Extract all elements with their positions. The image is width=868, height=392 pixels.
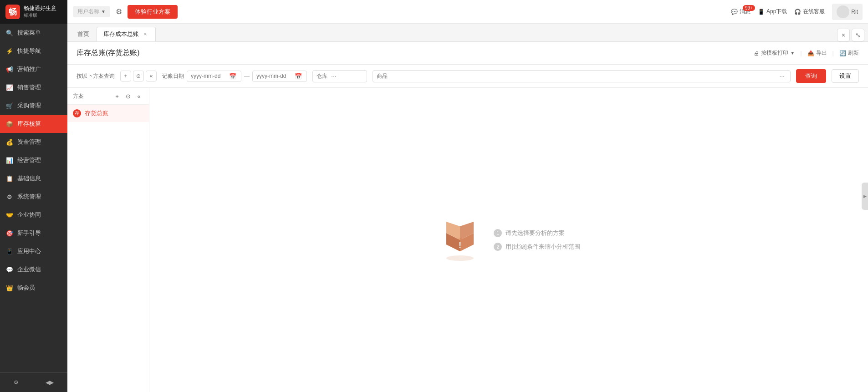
sales-icon: 📈 <box>5 84 14 91</box>
sidebar-item-enterprise-wechat[interactable]: 💬 企业微信 <box>0 260 67 279</box>
date-from-input-wrapper[interactable]: 📅 <box>187 71 241 82</box>
industry-solution-button[interactable]: 体验行业方案 <box>128 5 178 19</box>
app-version: 标准版 <box>24 12 56 19</box>
tab-close-button[interactable]: × <box>142 31 149 38</box>
add-filter-button[interactable]: + <box>120 71 131 81</box>
headset-icon: 🎧 <box>794 9 801 15</box>
page-content: 库存总账(存货总账) 🖨 按模板打印 ▼ | 📤 导出 | 🔄 刷新 <box>67 42 868 392</box>
warehouse-filter[interactable]: 仓库 ··· <box>312 70 367 82</box>
sidebar-item-label: 营销推广 <box>17 65 41 73</box>
sidebar-item-business[interactable]: 📊 经营管理 <box>0 151 67 169</box>
sidebar-item-label: 新手引导 <box>17 229 41 237</box>
message-icon: 💬 <box>731 9 738 15</box>
print-button[interactable]: 🖨 按模板打印 ▼ <box>754 49 795 57</box>
app-download-button[interactable]: 📱 App下载 <box>758 8 787 15</box>
panel-close-button[interactable]: × <box>837 29 850 41</box>
settings-button[interactable]: ⚙ <box>11 377 21 388</box>
empty-state-area: ! 1 请先选择要分析的方案 2 用[过滤]条件来缩小分析范围 <box>149 88 868 392</box>
hint1-text: 请先选择要分析的方案 <box>505 229 565 237</box>
page-title: 库存总账(存货总账) <box>77 48 140 58</box>
export-icon: 📤 <box>807 50 814 56</box>
panel-expand-button[interactable]: ⤡ <box>852 29 864 41</box>
gear-button[interactable]: ⚙ <box>114 5 124 18</box>
settings-btn[interactable]: 设置 <box>832 69 859 83</box>
scheme-settings-button[interactable]: ⊙ <box>123 92 133 101</box>
sidebar-item-label: 应用中心 <box>17 247 41 255</box>
tabbar: 首页 库存成本总账 × × ⤡ <box>67 24 868 42</box>
purchase-icon: 🛒 <box>5 102 14 109</box>
sidebar-item-label: 库存核算 <box>17 120 41 128</box>
sidebar-item-marketing[interactable]: 📢 营销推广 <box>0 60 67 78</box>
user-area[interactable]: 用户名称 ▼ <box>73 6 110 17</box>
sidebar-item-enterprise[interactable]: 🤝 企业协同 <box>0 206 67 224</box>
date-label: 记账日期 <box>162 72 184 80</box>
goods-more-icon[interactable]: ··· <box>777 72 786 80</box>
tab-inventory-cost-label: 库存成本总账 <box>103 30 139 38</box>
refresh-label: 刷新 <box>848 49 859 57</box>
sidebar-menu: 🔍 搜索菜单 ⚡ 快捷导航 📢 营销推广 📈 销售管理 🛒 采购管理 📦 库存核… <box>0 24 67 372</box>
collapse-button[interactable]: ◀▶ <box>43 377 56 388</box>
date-to-input[interactable] <box>256 73 293 79</box>
scheme-header-actions: + ⊙ « <box>112 92 143 101</box>
svg-point-0 <box>446 255 474 261</box>
tab-inventory-cost[interactable]: 库存成本总账 × <box>97 27 156 41</box>
user-name: 用户名称 <box>77 8 99 15</box>
add-scheme-button[interactable]: + <box>112 92 122 101</box>
sidebar: 畅 畅捷通好生意 标准版 🔍 搜索菜单 ⚡ 快捷导航 📢 营销推广 📈 销售管理… <box>0 0 67 392</box>
divider2: | <box>832 50 834 56</box>
sidebar-item-finance[interactable]: 💰 资金管理 <box>0 133 67 151</box>
export-button[interactable]: 📤 导出 <box>807 49 827 57</box>
sidebar-item-system[interactable]: ⚙ 系统管理 <box>0 188 67 206</box>
sidebar-item-inventory[interactable]: 📦 库存核算 <box>0 115 67 133</box>
left-scheme-panel: 方案 + ⊙ « 存 存货总账 <box>67 88 149 392</box>
filter-settings-button[interactable]: ⊙ <box>133 71 144 81</box>
sidebar-item-app-center[interactable]: 📱 应用中心 <box>0 242 67 260</box>
scheme-item-label: 存货总账 <box>85 109 108 117</box>
print-dropdown-icon: ▼ <box>790 51 795 56</box>
online-service-button[interactable]: 🎧 在线客服 <box>794 8 825 15</box>
system-icon: ⚙ <box>5 193 14 200</box>
filter-label: 按以下方案查询 <box>77 72 115 80</box>
filter-actions: + ⊙ « <box>120 71 157 81</box>
sidebar-item-search[interactable]: 🔍 搜索菜单 <box>0 24 67 42</box>
query-button[interactable]: 查询 <box>796 69 826 83</box>
enterprise-icon: 🤝 <box>5 212 14 219</box>
scheme-collapse-button[interactable]: « <box>134 92 143 101</box>
topbar-user-avatar-area[interactable]: Rit <box>832 4 863 20</box>
sidebar-item-sales[interactable]: 📈 销售管理 <box>0 78 67 97</box>
refresh-icon: 🔄 <box>839 50 846 56</box>
filter-collapse-button[interactable]: « <box>146 71 157 81</box>
sidebar-item-membership[interactable]: 👑 畅会员 <box>0 279 67 297</box>
sidebar-item-quick-nav[interactable]: ⚡ 快捷导航 <box>0 42 67 60</box>
goods-label: 商品 <box>377 72 388 80</box>
goods-filter[interactable]: 商品 ··· <box>373 70 791 82</box>
date-separator: — <box>244 73 250 79</box>
tab-home[interactable]: 首页 <box>71 27 96 41</box>
date-to-input-wrapper[interactable]: 📅 <box>252 71 307 82</box>
collapse-icon: ◀▶ <box>46 379 54 386</box>
side-toggle-icon: ▶ <box>863 194 867 199</box>
scheme-header-title: 方案 <box>73 92 84 100</box>
messages-button[interactable]: 💬 消息 99+ <box>731 8 751 15</box>
sidebar-item-label: 搜索菜单 <box>17 29 41 37</box>
sidebar-item-beginner[interactable]: 🎯 新手引导 <box>0 224 67 242</box>
app-logo: 畅 畅捷通好生意 标准版 <box>0 0 67 24</box>
sidebar-item-purchase[interactable]: 🛒 采购管理 <box>0 97 67 115</box>
refresh-button[interactable]: 🔄 刷新 <box>839 49 859 57</box>
calendar-to-icon[interactable]: 📅 <box>295 73 302 80</box>
scheme-item-inventory-ledger[interactable]: 存 存货总账 <box>67 105 149 122</box>
empty-text-list: 1 请先选择要分析的方案 2 用[过滤]条件来缩小分析范围 <box>494 229 580 251</box>
side-toggle[interactable]: ▶ <box>862 183 868 210</box>
date-from-input[interactable] <box>191 73 227 79</box>
svg-text:!: ! <box>459 241 461 250</box>
marketing-icon: 📢 <box>5 66 14 73</box>
business-icon: 📊 <box>5 157 14 164</box>
empty-state-inner: ! 1 请先选择要分析的方案 2 用[过滤]条件来缩小分析范围 <box>437 217 580 263</box>
calendar-from-icon[interactable]: 📅 <box>229 73 236 80</box>
logo-icon: 畅 <box>5 5 20 19</box>
sidebar-item-basic-info[interactable]: 📋 基础信息 <box>0 169 67 188</box>
empty-icon: ! <box>437 217 483 263</box>
app-name: 畅捷通好生意 <box>24 5 56 12</box>
warehouse-more-icon[interactable]: ··· <box>329 72 338 80</box>
filter-area: 按以下方案查询 + ⊙ « 记账日期 📅 — 📅 <box>67 65 868 88</box>
